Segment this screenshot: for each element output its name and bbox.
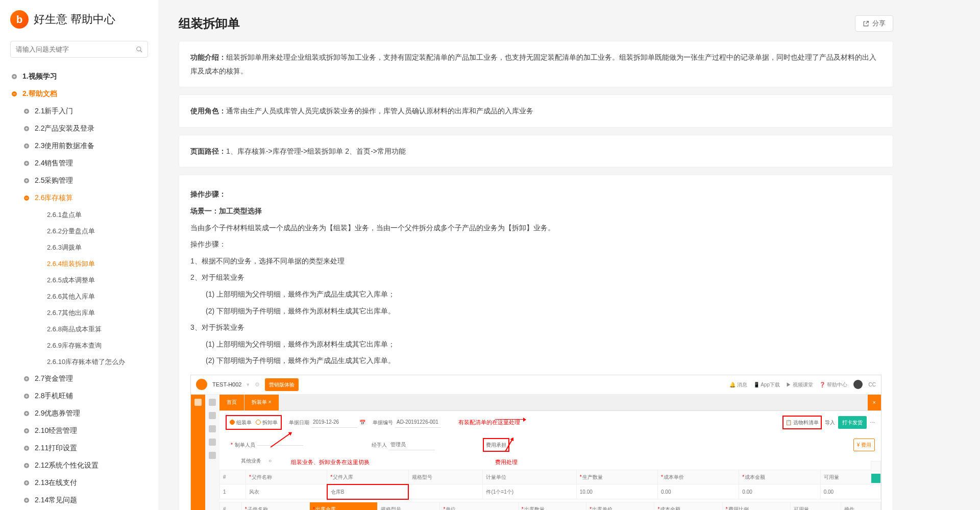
role-card: 使用角色：通常由生产人员或库管人员完成拆装业务的操作，库管人员确认原材料的出库和… (179, 94, 893, 128)
svg-line-1 (140, 50, 142, 52)
nav-sys[interactable]: 2.12系统个性化设置 (22, 457, 148, 474)
nav-leaf-partial[interactable]: 2.6.2分量盘点单 (22, 223, 148, 239)
cell-qty: 10.00 (576, 484, 657, 499)
ss-maker-label: 制单人员 (235, 440, 255, 450)
nav-coupon[interactable]: 2.9优惠券管理 (22, 405, 148, 422)
ss-fee-button: ¥ 费用 (853, 439, 875, 451)
svg-point-0 (137, 46, 141, 51)
nav-prepare[interactable]: 2.3使用前数据准备 (22, 137, 148, 155)
nav-label: 1.视频学习 (22, 72, 57, 81)
menu-icon (209, 399, 216, 406)
ss-print-button: 打卡发货 (838, 416, 867, 429)
step-2-1: (1) 上部明细为父件明细，最终作为产成品生成其它入库单； (190, 287, 881, 301)
ss-msg: 🔔 消息 (729, 380, 747, 390)
tool-icon (871, 473, 881, 483)
nav-video-learning[interactable]: 1.视频学习 (10, 68, 148, 85)
nav-faq[interactable]: 2.14常见问题 (22, 492, 148, 509)
ops-title: 操作步骤： (190, 237, 881, 251)
home-icon (194, 399, 202, 406)
ss-child-table: # 子件名称 出库仓库 规格型号 单位 出库数量 出库单价 成本金额 费用比例 … (219, 502, 881, 510)
page-header: 组装拆卸单 分享 (179, 15, 893, 32)
search-box (10, 41, 148, 58)
nav-leaf-otherout[interactable]: 2.6.7其他出库单 (22, 305, 148, 321)
ss-topbar: TEST-H002 ▾ ⚙ 营销版体验 🔔 消息 📱 App下载 ▶ 视频课堂 … (191, 375, 881, 395)
th-amt: 成本金额 (654, 502, 722, 510)
nav-print[interactable]: 2.11打印设置 (22, 440, 148, 457)
plus-icon (22, 444, 31, 452)
th-qty: 出库数量 (518, 502, 586, 510)
nav-leaf-ledger[interactable]: 2.6.9库存账本查询 (22, 337, 148, 354)
step-2-2: (2) 下部明细为子件明细，最终作为原材料生成其它出库单。 (190, 304, 881, 318)
nav-label: 2.11打印设置 (35, 444, 77, 453)
cell-avail: 0.00 (820, 484, 880, 499)
nav-leaf-transfer[interactable]: 2.6.3调拨单 (22, 239, 148, 256)
ss-maker-input (257, 444, 303, 446)
close-icon: × (868, 395, 881, 410)
nav-label: 2.9优惠券管理 (35, 409, 80, 418)
nav-inventory[interactable]: 2.6库存核算 (22, 189, 148, 207)
nav-label: 2.8手机旺铺 (35, 392, 73, 401)
nav-pay[interactable]: 2.13在线支付 (22, 474, 148, 492)
table-row: 1 风衣 仓库B 件(1个=1个) 10.00 0.00 0.00 0.00 (220, 484, 881, 499)
nav-install[interactable]: 2.2产品安装及登录 (22, 120, 148, 137)
nav-mgmt[interactable]: 2.10经营管理 (22, 422, 148, 440)
ss-annotation-fee: 费用处理 (495, 457, 518, 468)
intro-text: 组装拆卸单用来处理企业组装或拆卸等加工业务，支持有固定装配清单的产品加工业务，也… (190, 53, 876, 75)
nav-leaf-ledgerfix[interactable]: 2.6.10库存账本错了怎么办 (22, 354, 148, 370)
ss-radio-disassemble: 拆卸单 (262, 418, 278, 427)
nav-leaf-check[interactable]: 2.6.1盘点单 (22, 207, 148, 223)
nav-newbie[interactable]: 2.1新手入门 (22, 103, 148, 120)
ss-account: TEST-H002 (212, 379, 241, 390)
ss-type-radio-group: 组装单 拆卸单 (226, 415, 282, 430)
nav-purchase[interactable]: 2.5采购管理 (22, 172, 148, 189)
ss-tab-home: 首页 (219, 395, 244, 410)
nav-leaf-recalc[interactable]: 2.6.8商品成本重算 (22, 321, 148, 337)
nav-funds[interactable]: 2.7资金管理 (22, 370, 148, 387)
nav-leaf-otherin[interactable]: 2.6.6其他入库单 (22, 288, 148, 305)
th-op: 操作 (841, 502, 881, 510)
main-content: 组装拆卸单 分享 功能介绍：组装拆卸单用来处理企业组装或拆卸等加工业务，支持有固… (158, 0, 980, 510)
intro-label: 功能介绍： (190, 53, 226, 61)
step-2: 2、对于组装业务 (190, 271, 881, 284)
nav-label: 2.12系统个性化设置 (35, 461, 99, 470)
plus-icon (22, 107, 31, 115)
menu-icon (209, 452, 216, 459)
search-icon[interactable] (136, 46, 143, 53)
ss-form-row-2: *制单人员 经手人 管理员 费用承担 ¥ 费用 (219, 434, 881, 456)
ss-logo-icon (196, 379, 207, 390)
plus-icon (22, 375, 31, 383)
th-spec: 规格型号 (408, 470, 483, 484)
search-input[interactable] (10, 41, 148, 58)
more-icon: ⋯ (870, 418, 875, 427)
ss-date-label: 单据日期 (289, 418, 309, 427)
radio-icon (230, 420, 235, 425)
cell-unit: 件(1个=1个) (483, 484, 576, 499)
ss-import-button: 导入 (825, 418, 835, 427)
nav-mobile[interactable]: 2.8手机旺铺 (22, 387, 148, 405)
ss-form-row-1: 组装单 拆卸单 单据日期 2019-12-26 📅 单据编号 AD-201912… (219, 411, 881, 434)
ss-video: ▶ 视频课堂 (786, 380, 813, 390)
nav-help-docs[interactable]: 2.帮助文档 (10, 85, 148, 103)
ss-no-value: AD-20191226-001 (395, 417, 441, 428)
th-amt: 成本金额 (739, 470, 820, 484)
ss-right-tools (871, 461, 881, 483)
ss-upgrade-button: 营销版体验 (265, 378, 299, 391)
th-avail: 可用量 (791, 502, 841, 510)
ss-fee-label: 费用承担 (486, 440, 506, 450)
scene1-title: 场景一：加工类型选择 (190, 204, 881, 218)
th-qty: 生产数量 (576, 470, 657, 484)
share-button[interactable]: 分享 (855, 15, 893, 32)
ss-date-value: 2019-12-26 (311, 417, 357, 428)
plus-icon (22, 142, 31, 150)
ss-checker-value: 管理员 (389, 439, 435, 450)
nav-leaf-cost[interactable]: 2.6.5成本调整单 (22, 272, 148, 288)
cell-price: 0.00 (658, 484, 739, 499)
nav-leaf-assembly[interactable]: 2.6.4组装拆卸单 (22, 256, 148, 272)
scene1-desc: 当由多个子件材料组装成一个成品的业务为【组装】业务，当由一个父件拆分成多个子产品… (190, 221, 881, 235)
cell-amt: 0.00 (739, 484, 820, 499)
nav-sales[interactable]: 2.4销售管理 (22, 155, 148, 172)
menu-icon (209, 412, 216, 419)
intro-card: 功能介绍：组装拆卸单用来处理企业组装或拆卸等加工业务，支持有固定装配清单的产品加… (179, 41, 893, 87)
ss-leftnav-primary (191, 395, 205, 510)
th-price: 成本单价 (658, 470, 739, 484)
